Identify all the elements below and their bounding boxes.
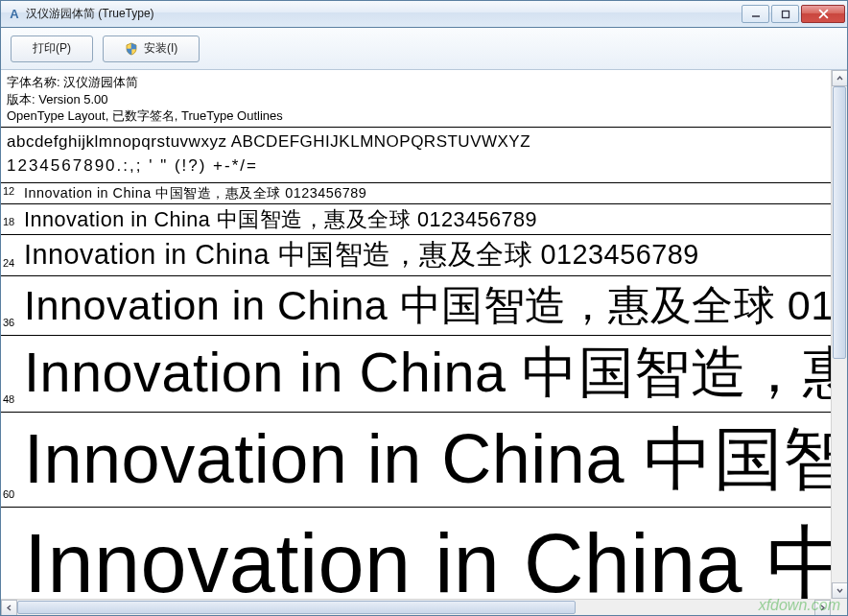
- specimen-alpha: abcdefghijklmnopqrstuvwxyz ABCDEFGHIJKLM…: [7, 131, 825, 153]
- sample-size-label: 60: [3, 488, 24, 506]
- sample-row-24: 24Innovation in China 中国智造，惠及全球 01234567…: [1, 235, 831, 276]
- chevron-right-icon: [819, 604, 826, 611]
- minimize-icon: [751, 10, 761, 19]
- font-name-label: 字体名称:: [7, 75, 60, 89]
- font-version-value: Version 5.00: [38, 92, 107, 107]
- font-info-block: 字体名称: 汉仪游园体简 版本: Version 5.00 OpenType L…: [1, 70, 831, 128]
- sample-row-48: 48Innovation in China 中国智造，惠及全球 01234567…: [1, 336, 831, 413]
- chevron-down-icon: [836, 587, 843, 594]
- scroll-left-button[interactable]: [1, 600, 17, 615]
- sample-size-label: 36: [3, 317, 24, 334]
- sample-text: Innovation in China 中国智造，惠及全球 0123456789: [24, 236, 699, 274]
- sample-row-72: 72Innovation in China 中国智造，惠及全球 01234567…: [1, 508, 831, 599]
- close-button[interactable]: [801, 5, 845, 23]
- horizontal-scrollbar[interactable]: [1, 599, 831, 615]
- font-name-row: 字体名称: 汉仪游园体简: [7, 74, 825, 91]
- toolbar: 打印(P) 安装(I): [1, 28, 847, 70]
- sample-row-12: 12Innovation in China 中国智造，惠及全球 01234567…: [1, 183, 831, 204]
- specimen-block: abcdefghijklmnopqrstuvwxyz ABCDEFGHIJKLM…: [1, 128, 831, 183]
- print-button[interactable]: 打印(P): [11, 36, 93, 62]
- content-area: 字体名称: 汉仪游园体简 版本: Version 5.00 OpenType L…: [1, 70, 847, 615]
- sample-text: Innovation in China 中国智造，惠及全球 0123456789: [24, 337, 831, 411]
- maximize-button[interactable]: [771, 5, 799, 23]
- install-button-label: 安装(I): [144, 40, 177, 57]
- font-name-value: 汉仪游园体简: [63, 75, 138, 89]
- scroll-down-button[interactable]: [832, 582, 847, 599]
- sample-size-label: 18: [3, 216, 24, 233]
- print-button-label: 打印(P): [33, 40, 71, 57]
- install-button[interactable]: 安装(I): [103, 36, 200, 62]
- window-title: 汉仪游园体简 (TrueType): [26, 6, 742, 22]
- vertical-scrollbar[interactable]: [831, 70, 847, 599]
- font-version-label: 版本:: [7, 92, 35, 107]
- scroll-viewport: 字体名称: 汉仪游园体简 版本: Version 5.00 OpenType L…: [1, 70, 831, 599]
- scroll-track-v[interactable]: [832, 86, 847, 582]
- title-bar[interactable]: A 汉仪游园体简 (TrueType): [1, 1, 847, 28]
- specimen-numsym: 1234567890.:,; ' " (!?) +-*/=: [7, 153, 825, 178]
- app-icon: A: [7, 7, 22, 22]
- minimize-button[interactable]: [742, 5, 769, 23]
- svg-rect-1: [782, 11, 789, 17]
- shield-icon: [125, 42, 138, 56]
- sample-row-36: 36Innovation in China 中国智造，惠及全球 01234567…: [1, 276, 831, 336]
- font-features-row: OpenType Layout, 已数字签名, TrueType Outline…: [7, 107, 825, 125]
- sample-text: Innovation in China 中国智造，惠及全球 0123456789: [24, 184, 366, 202]
- sample-text: Innovation in China 中国智造，惠及全球 0123456789: [24, 277, 831, 334]
- scroll-thumb-v[interactable]: [833, 86, 846, 359]
- sample-size-label: 12: [3, 185, 24, 202]
- scrollbar-corner: [831, 599, 847, 615]
- scroll-up-button[interactable]: [832, 70, 847, 86]
- chevron-left-icon: [6, 604, 12, 611]
- chevron-up-icon: [836, 75, 843, 82]
- close-icon: [818, 9, 829, 19]
- sample-text: Innovation in China 中国智造，惠及全球 0123456789: [24, 509, 831, 599]
- window-controls: [742, 5, 845, 23]
- sample-row-18: 18Innovation in China 中国智造，惠及全球 01234567…: [1, 204, 831, 235]
- scroll-track-h[interactable]: [17, 600, 814, 615]
- sample-text: Innovation in China 中国智造，惠及全球 0123456789: [24, 414, 831, 506]
- font-version-row: 版本: Version 5.00: [7, 91, 825, 108]
- sample-size-label: 48: [3, 393, 24, 411]
- sample-text: Innovation in China 中国智造，惠及全球 0123456789: [24, 205, 537, 233]
- font-preview-window: A 汉仪游园体简 (TrueType) 打印(P) 安装(I): [0, 0, 848, 616]
- sample-size-label: 24: [3, 257, 24, 274]
- maximize-icon: [781, 10, 790, 19]
- scroll-right-button[interactable]: [814, 600, 831, 615]
- sample-row-60: 60Innovation in China 中国智造，惠及全球 01234567…: [1, 413, 831, 508]
- scroll-thumb-h[interactable]: [17, 601, 576, 614]
- sample-list: 12Innovation in China 中国智造，惠及全球 01234567…: [1, 183, 831, 599]
